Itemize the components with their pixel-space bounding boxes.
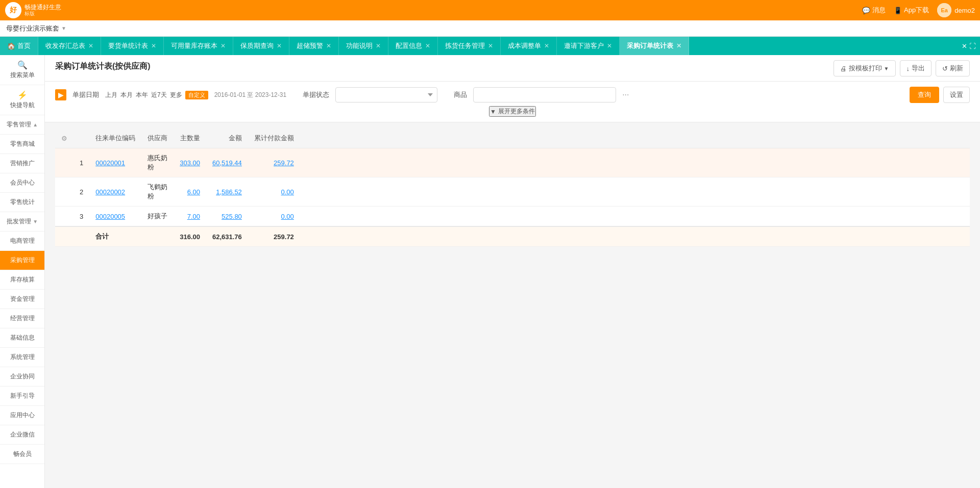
row-supplier-code[interactable]: 00020005 bbox=[89, 207, 141, 227]
custom-date-badge[interactable]: 自定义 bbox=[185, 91, 208, 99]
export-btn[interactable]: ↓ 导出 bbox=[900, 60, 932, 76]
message-btn[interactable]: 💬 消息 bbox=[862, 6, 886, 15]
export-icon: ↓ bbox=[906, 65, 910, 72]
sidebar-item-retail[interactable]: 零售管理 ▲ bbox=[0, 115, 44, 135]
col-seq bbox=[74, 129, 89, 148]
query-btn[interactable]: 查询 bbox=[910, 87, 939, 103]
sidebar-item-retail-stat[interactable]: 零售统计 bbox=[0, 193, 44, 212]
logo-area: 好 畅捷通好生意 标版 bbox=[5, 2, 61, 18]
tab-close-icon[interactable]: ✕ bbox=[607, 42, 612, 49]
quick-nav-icon: ⚡ bbox=[2, 90, 42, 100]
tab-close-icon[interactable]: ✕ bbox=[326, 42, 331, 49]
tab-close-icon[interactable]: ✕ bbox=[88, 42, 93, 49]
tab-close-icon[interactable]: ✕ bbox=[277, 42, 282, 49]
tab-close-icon[interactable]: ✕ bbox=[544, 42, 549, 49]
page-title: 采购订单统计表(按供应商) bbox=[55, 61, 970, 72]
sidebar-item-new-guide[interactable]: 新手引导 bbox=[0, 387, 44, 406]
row-amount[interactable]: 60,519.44 bbox=[206, 148, 248, 177]
settings-btn[interactable]: 设置 bbox=[943, 87, 970, 103]
shortcut-last-month[interactable]: 上月 bbox=[105, 91, 117, 99]
maximize-icon[interactable]: ⛶ bbox=[969, 42, 976, 50]
sidebar-item-app-center[interactable]: 应用中心 bbox=[0, 406, 44, 425]
workspace-selector[interactable]: 母婴行业演示账套 ▼ bbox=[6, 24, 66, 33]
print-icon: 🖨 bbox=[840, 65, 847, 72]
goods-input[interactable] bbox=[473, 87, 616, 102]
sidebar-item-enterprise-wechat[interactable]: 企业微信 bbox=[0, 425, 44, 445]
shortcut-more[interactable]: 更多 bbox=[170, 91, 182, 99]
print-btn[interactable]: 🖨 按模板打印 ▼ bbox=[834, 60, 896, 76]
download-icon: 📱 bbox=[894, 7, 902, 14]
sidebar-item-operations[interactable]: 经营管理 bbox=[0, 309, 44, 328]
sidebar-item-retail-mall[interactable]: 零售商城 bbox=[0, 135, 44, 154]
tab-collect-summary[interactable]: 收发存汇总表 ✕ bbox=[38, 37, 101, 55]
sidebar-item-wholesale[interactable]: 批发管理 ▼ bbox=[0, 212, 44, 232]
chevron-down-icon: ▲ bbox=[33, 122, 38, 127]
sidebar-item-purchase[interactable]: 采购管理 bbox=[0, 251, 44, 270]
tab-home[interactable]: 🏠 首页 bbox=[0, 37, 38, 55]
sidebar-item-system[interactable]: 系统管理 bbox=[0, 348, 44, 367]
row-supplier-code[interactable]: 00020001 bbox=[89, 148, 141, 177]
tab-config-info[interactable]: 配置信息 ✕ bbox=[388, 37, 438, 55]
close-all-icon[interactable]: ✕ bbox=[962, 42, 967, 50]
sidebar-item-enterprise[interactable]: 企业协同 bbox=[0, 367, 44, 387]
sidebar-item-member[interactable]: 会员中心 bbox=[0, 173, 44, 193]
sidebar-item-ecommerce[interactable]: 电商管理 bbox=[0, 232, 44, 251]
shortcut-this-year[interactable]: 本年 bbox=[136, 91, 148, 99]
table-row: 3 00020005 好孩子 7.00 525.80 0.00 bbox=[55, 207, 970, 227]
row-paid-amount[interactable]: 259.72 bbox=[248, 148, 300, 177]
search-icon: 🔍 bbox=[2, 60, 42, 70]
logo-icon: 好 bbox=[5, 2, 21, 18]
tab-close-icon[interactable]: ✕ bbox=[220, 42, 226, 49]
tab-close-icon[interactable]: ✕ bbox=[376, 42, 381, 49]
tab-quality-query[interactable]: 保质期查询 ✕ bbox=[233, 37, 289, 55]
tab-close-icon[interactable]: ✕ bbox=[488, 42, 493, 49]
settings-icon[interactable]: ⚙ bbox=[61, 135, 67, 142]
tab-close-icon[interactable]: ✕ bbox=[425, 42, 430, 49]
row-amount[interactable]: 525.80 bbox=[206, 207, 248, 227]
status-select-wrap bbox=[335, 87, 437, 102]
tab-cost-adjust[interactable]: 成本调整单 ✕ bbox=[501, 37, 557, 55]
shortcut-7days[interactable]: 近7天 bbox=[151, 91, 167, 99]
row-seq: 1 bbox=[74, 148, 89, 177]
footer-quantity: 316.00 bbox=[174, 226, 206, 247]
row-quantity[interactable]: 7.00 bbox=[174, 207, 206, 227]
app-download-btn[interactable]: 📱 App下载 bbox=[894, 6, 929, 15]
sidebar-item-quick-nav[interactable]: ⚡ 快捷导航 bbox=[0, 85, 44, 115]
row-supplier-code[interactable]: 00020002 bbox=[89, 177, 141, 207]
tab-close-active-icon[interactable]: ✕ bbox=[676, 42, 681, 49]
shortcut-this-month[interactable]: 本月 bbox=[120, 91, 133, 99]
sidebar-item-basic-info[interactable]: 基础信息 bbox=[0, 328, 44, 348]
sidebar-item-vip[interactable]: 畅会员 bbox=[0, 445, 44, 464]
goods-label: 商品 bbox=[454, 90, 467, 99]
tab-picking-task[interactable]: 拣货任务管理 ✕ bbox=[438, 37, 501, 55]
status-label: 单据状态 bbox=[303, 90, 329, 99]
sidebar-item-marketing[interactable]: 营销推广 bbox=[0, 154, 44, 173]
footer-seq bbox=[74, 226, 89, 247]
status-select[interactable] bbox=[335, 87, 437, 102]
tab-available-stock[interactable]: 可用量库存账本 ✕ bbox=[164, 37, 233, 55]
tab-invite-downstream[interactable]: 邀请下游客户 ✕ bbox=[557, 37, 620, 55]
user-menu-btn[interactable]: Ea demo2 bbox=[937, 3, 975, 17]
row-quantity[interactable]: 303.00 bbox=[174, 148, 206, 177]
row-extra bbox=[300, 148, 970, 177]
sidebar-item-inventory[interactable]: 库存核算 bbox=[0, 270, 44, 290]
sidebar-item-search[interactable]: 🔍 搜索菜单 bbox=[0, 55, 44, 85]
tab-func-desc[interactable]: 功能说明 ✕ bbox=[339, 37, 388, 55]
tab-purchase-summary[interactable]: 采购订单统计表 ✕ bbox=[620, 37, 689, 55]
tab-over-stock[interactable]: 超储预警 ✕ bbox=[289, 37, 339, 55]
home-icon: 🏠 bbox=[7, 42, 15, 50]
row-amount[interactable]: 1,586.52 bbox=[206, 177, 248, 207]
row-paid-amount[interactable]: 0.00 bbox=[248, 177, 300, 207]
col-settings[interactable]: ⚙ bbox=[55, 129, 74, 148]
sidebar-item-finance[interactable]: 资金管理 bbox=[0, 290, 44, 309]
tab-goods-summary[interactable]: 要货单统计表 ✕ bbox=[101, 37, 164, 55]
expand-more-btn[interactable]: ▼ 展开更多条件 bbox=[489, 106, 536, 117]
row-paid-amount[interactable]: 0.00 bbox=[248, 207, 300, 227]
message-icon: 💬 bbox=[862, 7, 870, 14]
row-quantity[interactable]: 6.00 bbox=[174, 177, 206, 207]
filter-expand-btn[interactable]: ▶ bbox=[55, 89, 66, 100]
refresh-btn[interactable]: ↺ 刷新 bbox=[936, 60, 970, 76]
main-layout: 🔍 搜索菜单 ⚡ 快捷导航 零售管理 ▲ 零售商城 营销推广 会员中心 零售统计… bbox=[0, 55, 980, 488]
more-filters-btn[interactable]: ··· bbox=[622, 90, 629, 99]
tab-close-icon[interactable]: ✕ bbox=[151, 42, 156, 49]
